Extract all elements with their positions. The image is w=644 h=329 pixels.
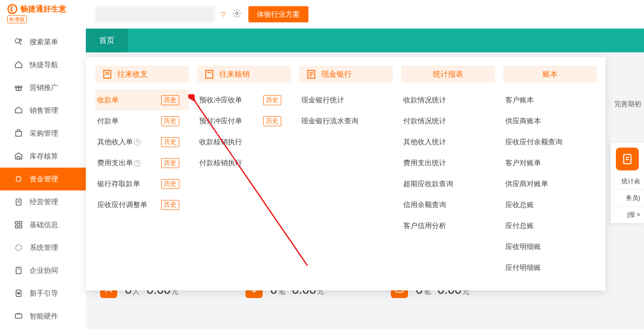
sidebar-item-newbie[interactable]: 新手引导: [0, 282, 86, 305]
partial-text[interactable]: |报 >: [611, 207, 644, 223]
history-badge[interactable]: 历史: [161, 137, 179, 147]
menu-item[interactable]: 客户对账单: [503, 152, 597, 173]
menu-item[interactable]: 应付明细账: [503, 257, 597, 278]
menu-item-label: 客户信用分析: [403, 221, 446, 230]
history-badge[interactable]: 历史: [161, 158, 179, 168]
sidebar-item-system[interactable]: 系统管理: [0, 236, 86, 259]
nav: 搜索菜单 快捷导航 营销推广 销售管理 采购管理 库存核算 资金管理 经营管理 …: [0, 28, 86, 328]
chevron-down-icon[interactable]: ▽: [221, 11, 225, 18]
svg-point-24: [236, 12, 238, 14]
org-selector[interactable]: [95, 6, 215, 22]
menu-item-label: 应收总账: [505, 200, 534, 209]
menu-item-label: 收款单: [97, 96, 119, 105]
menu-item-expense[interactable]: 费用支出单?历史: [95, 152, 189, 173]
svg-rect-13: [15, 221, 18, 224]
megamenu-header: 现金银行: [299, 66, 393, 83]
sidebar-item-search[interactable]: 搜索菜单: [0, 30, 86, 53]
history-badge[interactable]: 历史: [161, 95, 179, 105]
svg-rect-9: [17, 157, 20, 159]
menu-item-label: 预付冲应付单: [199, 117, 242, 126]
sidebar-item-enterprise[interactable]: 企业协同: [0, 259, 86, 282]
megamenu-header-label: 账本: [542, 70, 558, 80]
menu-item-label: 客户对账单: [505, 159, 541, 168]
clipboard-icon: [14, 198, 23, 206]
menu-item-bank-transfer[interactable]: 银行存取款单历史: [95, 173, 189, 194]
sidebar-item-label: 销售管理: [30, 106, 58, 115]
menu-item[interactable]: 付款情况统计: [401, 110, 495, 131]
sidebar-item-label: 库存核算: [30, 152, 58, 161]
menu-item-other-income[interactable]: 其他收入单?历史: [95, 131, 189, 152]
menu-item[interactable]: 收款情况统计: [401, 90, 495, 110]
home-icon: [14, 60, 23, 69]
menu-item[interactable]: 应付总账: [503, 215, 597, 236]
help-icon[interactable]: ?: [134, 160, 141, 167]
menu-item-payment-verify[interactable]: 付款核销执行: [197, 152, 291, 173]
svg-line-2: [20, 43, 22, 45]
help-icon[interactable]: ?: [134, 139, 141, 146]
sidebar-item-basicinfo[interactable]: 基础信息: [0, 213, 86, 236]
history-badge[interactable]: 历史: [161, 200, 179, 210]
search-icon: [14, 38, 23, 46]
history-badge[interactable]: 历史: [263, 116, 281, 126]
menu-item-ar-ap-adjust[interactable]: 应收应付调整单历史: [95, 194, 189, 215]
svg-marker-7: [15, 107, 22, 113]
history-badge[interactable]: 历史: [161, 116, 179, 126]
sidebar-item-label: 企业协同: [30, 266, 58, 275]
menu-item[interactable]: 应收明细账: [503, 236, 597, 257]
logo-area: 畅捷通好生意 标准版: [0, 0, 86, 28]
svg-rect-8: [16, 131, 21, 136]
menu-item[interactable]: 信用余额查询: [401, 194, 495, 215]
menu-item[interactable]: 应收应付余额查询: [503, 131, 597, 152]
menu-item-receipt-verify[interactable]: 收款核销执行: [197, 131, 291, 152]
history-badge[interactable]: 历史: [263, 95, 281, 105]
menu-item-prepay-offset[interactable]: 预付冲应付单历史: [197, 110, 291, 131]
menu-item-cashbank-flow[interactable]: 现金银行流水查询: [299, 110, 393, 131]
menu-item-label: 收款情况统计: [403, 96, 446, 105]
grid-icon: [14, 220, 23, 229]
megamenu-col-transactions: 往来收支 收款单历史 付款单历史 其他收入单?历史 费用支出单?历史 银行存取款…: [95, 66, 197, 282]
menu-item[interactable]: 客户账本: [503, 90, 597, 110]
svg-point-17: [16, 245, 21, 250]
menu-item[interactable]: 客户信用分析: [401, 215, 495, 236]
sidebar-item-funds[interactable]: 资金管理: [0, 168, 86, 190]
sidebar-item-management[interactable]: 经营管理: [0, 190, 86, 213]
menu-item-receipt[interactable]: 收款单历史: [95, 90, 189, 110]
menu-item-cashbank-stats[interactable]: 现金银行统计: [299, 90, 393, 110]
menu-item[interactable]: 超期应收款查询: [401, 173, 495, 194]
menu-item-label: 费用支出统计: [403, 159, 446, 168]
megamenu-header: 往来核销: [197, 66, 291, 83]
sidebar-item-marketing[interactable]: 营销推广: [0, 76, 86, 99]
loading-icon: [14, 243, 23, 252]
megamenu-header: 统计报表: [401, 66, 495, 83]
megamenu-header: 账本: [503, 66, 597, 83]
industry-solution-button[interactable]: 体验行业方案: [248, 6, 308, 22]
sidebar-item-hardware[interactable]: 智能硬件: [0, 305, 86, 328]
svg-rect-21: [15, 314, 22, 319]
menu-item[interactable]: 供应商账本: [503, 110, 597, 131]
tab-home[interactable]: 首页: [86, 29, 128, 52]
doc-icon: [306, 69, 317, 80]
menu-item-label: 其他收入单?: [97, 138, 141, 147]
menu-item[interactable]: 应收总账: [503, 194, 597, 215]
menu-item[interactable]: 其他收入统计: [401, 131, 495, 152]
menu-item-payment[interactable]: 付款单历史: [95, 110, 189, 131]
megamenu-header-label: 现金银行: [321, 70, 352, 80]
doc-icon[interactable]: [616, 148, 639, 170]
menu-item[interactable]: 供应商对账单: [503, 173, 597, 194]
sidebar-item-quicknav[interactable]: 快捷导航: [0, 53, 86, 76]
menu-item-label: 收款核销执行: [199, 138, 242, 147]
menu-item-label: 现金银行统计: [301, 96, 344, 105]
tabbar: 首页: [86, 29, 644, 52]
sidebar-item-sales[interactable]: 销售管理: [0, 99, 86, 122]
sidebar-item-purchase[interactable]: 采购管理: [0, 122, 86, 145]
history-badge[interactable]: 历史: [161, 179, 179, 189]
partial-text: 完善期初: [614, 100, 641, 109]
menu-item-label: 银行存取款单: [97, 179, 140, 189]
sidebar-item-inventory[interactable]: 库存核算: [0, 145, 86, 168]
svg-rect-20: [16, 290, 21, 297]
gear-icon[interactable]: [232, 9, 242, 20]
svg-rect-16: [20, 226, 22, 228]
menu-item-prereceipt-offset[interactable]: 预收冲应收单历史: [197, 90, 291, 110]
menu-item-label: 付款单: [97, 117, 119, 126]
menu-item[interactable]: 费用支出统计: [401, 152, 495, 173]
